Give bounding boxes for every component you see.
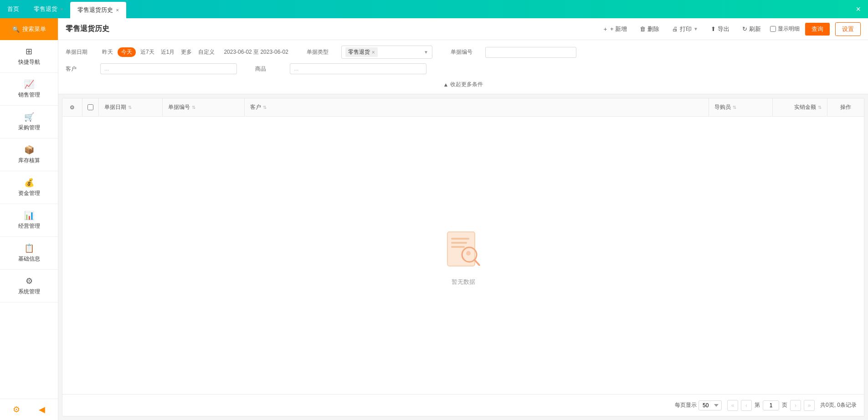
refresh-button[interactable]: ↻ 刷新	[739, 23, 765, 35]
display-switch: 显示明细	[770, 25, 800, 33]
export-icon: ⬆	[711, 26, 716, 32]
sidebar-search[interactable]: 🔍 搜索菜单	[0, 18, 58, 40]
sidebar-bottom: ⚙ ◀	[0, 399, 58, 420]
yesterday-shortcut[interactable]: 昨天	[100, 47, 115, 57]
tab-retail-return-close[interactable]: ×	[60, 6, 63, 12]
sidebar-item-inventory-label: 库存核算	[18, 157, 40, 164]
page-label-prefix: 第	[755, 401, 760, 409]
filter-area: 单据日期 昨天 今天 近7天 近1月 更多 自定义 2023-06-02 至 2…	[58, 40, 868, 94]
window-close-button[interactable]: ×	[848, 0, 868, 18]
more-shortcut[interactable]: 更多	[179, 47, 194, 57]
type-tag-close-icon[interactable]: ×	[372, 49, 375, 56]
empty-state: 暂无数据	[62, 117, 864, 394]
sidebar-search-label: 搜索菜单	[22, 25, 46, 33]
sidebar-item-basic-info[interactable]: 📋 基础信息	[0, 237, 58, 270]
collapse-sidebar-icon[interactable]: ◀	[39, 405, 45, 415]
sidebar-item-inventory[interactable]: 📦 库存核算	[0, 138, 58, 171]
th-guide: 导购员 ⇅	[709, 98, 773, 116]
th-guide-label: 导购员	[714, 103, 731, 111]
date-label: 单据日期	[66, 48, 93, 56]
sidebar-item-basic-info-label: 基础信息	[18, 255, 40, 263]
date-sort-icon[interactable]: ⇅	[128, 105, 132, 110]
filter-row-2: 客户 ... 商品 ...	[66, 63, 861, 74]
finance-icon: 💰	[24, 178, 34, 188]
table-header: ⚙ 单据日期 ⇅ 单据编号 ⇅ 客户 ⇅ 导购员	[62, 98, 864, 117]
print-button[interactable]: 🖨 打印 ▼	[668, 23, 702, 35]
sidebar-item-sales-label: 销售管理	[18, 91, 40, 99]
page-header: 零售退货历史 ＋ + 新增 🗑 删除 🖨 打印 ▼ ⬆ 导出	[58, 18, 868, 40]
custom-shortcut[interactable]: 自定义	[196, 47, 216, 57]
delete-icon: 🗑	[640, 26, 646, 32]
th-date-label: 单据日期	[104, 103, 126, 111]
month-shortcut[interactable]: 近1月	[159, 47, 177, 57]
type-tag: 零售退货 ×	[345, 47, 378, 57]
prev-page-button[interactable]: ‹	[741, 400, 752, 411]
sidebar-item-purchase[interactable]: 🛒 采购管理	[0, 106, 58, 138]
first-page-button[interactable]: «	[727, 400, 738, 411]
bill-no-sort-icon[interactable]: ⇅	[192, 105, 195, 110]
sales-icon: 📈	[24, 79, 34, 89]
print-label: 打印	[680, 25, 692, 33]
delete-button[interactable]: 🗑 删除	[636, 23, 663, 35]
tab-retail-return-label: 零售退货	[34, 5, 57, 13]
amount-sort-icon[interactable]: ⇅	[818, 105, 822, 110]
tab-retail-return-history-close[interactable]: ×	[116, 7, 118, 13]
next-page-button[interactable]: ›	[790, 400, 801, 411]
quick-nav-icon: ⊞	[26, 46, 32, 56]
customer-sort-icon[interactable]: ⇅	[263, 105, 267, 110]
collapse-button[interactable]: ▲ 收起更多条件	[66, 79, 861, 92]
print-dropdown-icon: ▼	[693, 26, 698, 31]
settings-bottom-icon[interactable]: ⚙	[13, 405, 20, 415]
tab-retail-return-history-label: 零售退货历史	[77, 6, 113, 14]
delete-label: 删除	[647, 25, 659, 33]
last-page-button[interactable]: »	[804, 400, 815, 411]
tab-retail-return[interactable]: 零售退货 ×	[26, 0, 70, 18]
guide-sort-icon[interactable]: ⇅	[733, 105, 736, 110]
table-footer: 每页显示 20 50 100 200 « ‹ 第 页 › »	[62, 394, 864, 416]
new-icon: ＋	[602, 25, 608, 33]
top-bar-spacer	[126, 0, 849, 18]
sidebar-item-finance[interactable]: 💰 资金管理	[0, 171, 58, 204]
bill-no-label: 单据编号	[451, 48, 478, 56]
new-button[interactable]: ＋ + 新增	[599, 23, 631, 35]
customer-input[interactable]: ...	[100, 63, 237, 74]
type-selector[interactable]: 零售退货 × ▼	[341, 46, 432, 59]
today-shortcut[interactable]: 今天	[118, 47, 136, 57]
page-size-select[interactable]: 20 50 100 200	[699, 400, 722, 410]
sidebar: 🔍 搜索菜单 ⊞ 快捷导航 📈 销售管理 🛒 采购管理 📦 库存核算 💰 资金管…	[0, 18, 58, 420]
tab-home-label: 首页	[7, 5, 19, 13]
display-switch-checkbox[interactable]	[770, 26, 776, 32]
select-all-checkbox[interactable]	[87, 104, 93, 110]
page-number-input[interactable]	[763, 400, 779, 410]
query-button[interactable]: 查询	[805, 23, 830, 36]
export-button[interactable]: ⬆ 导出	[707, 23, 733, 35]
sidebar-item-quick-nav[interactable]: ⊞ 快捷导航	[0, 40, 58, 73]
sidebar-item-quick-nav-label: 快捷导航	[18, 58, 40, 66]
empty-icon	[438, 225, 488, 271]
th-bill-no: 单据编号 ⇅	[163, 98, 245, 116]
type-tag-value: 零售退货	[348, 48, 370, 56]
sidebar-item-operations-label: 经营管理	[18, 222, 40, 230]
sidebar-item-purchase-label: 采购管理	[18, 124, 40, 132]
settings-button[interactable]: 设置	[835, 22, 861, 36]
th-checkbox[interactable]	[82, 98, 99, 116]
week-shortcut[interactable]: 近7天	[139, 47, 156, 57]
sidebar-item-operations[interactable]: 📊 经营管理	[0, 204, 58, 237]
page-size-label: 每页显示	[675, 401, 697, 409]
type-label: 单据类型	[307, 48, 334, 56]
sidebar-item-sales[interactable]: 📈 销售管理	[0, 73, 58, 106]
bill-no-input[interactable]	[485, 47, 576, 58]
th-settings[interactable]: ⚙	[62, 98, 82, 116]
inventory-icon: 📦	[24, 145, 34, 155]
new-label: + 新增	[610, 25, 627, 33]
collapse-label: 收起更多条件	[450, 81, 483, 88]
goods-input[interactable]: ...	[290, 63, 426, 74]
pagination-controls: « ‹ 第 页 › »	[727, 400, 815, 411]
sidebar-item-system[interactable]: ⚙ 系统管理	[0, 270, 58, 302]
tab-home[interactable]: 首页	[0, 0, 26, 18]
print-icon: 🖨	[672, 26, 678, 32]
svg-rect-3	[451, 246, 465, 248]
purchase-icon: 🛒	[24, 112, 34, 122]
tab-retail-return-history[interactable]: 零售退货历史 ×	[70, 2, 126, 18]
date-range-display: 2023-06-02 至 2023-06-02	[224, 48, 288, 56]
